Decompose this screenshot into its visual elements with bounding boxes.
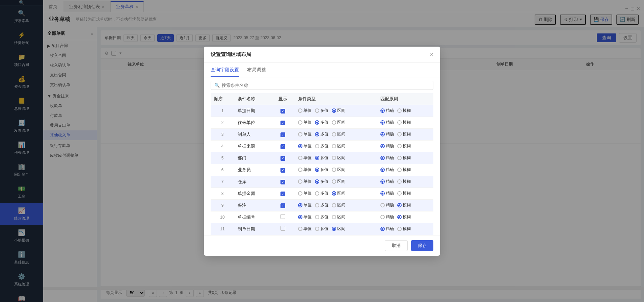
radio-range[interactable]: 区间 xyxy=(332,214,345,220)
radio-range[interactable]: 区间 xyxy=(332,155,345,161)
row-name: 单据日期 xyxy=(234,105,271,117)
radio-multi[interactable]: 多值 xyxy=(315,120,328,125)
row-show[interactable] xyxy=(271,105,295,117)
radio-single[interactable]: 单值 xyxy=(298,191,312,196)
show-checkbox[interactable] xyxy=(280,192,285,196)
modal-save-button[interactable]: 保存 xyxy=(411,240,433,251)
radio-single-label: 单值 xyxy=(303,131,312,137)
radio-multi[interactable]: 多值 xyxy=(315,191,328,196)
radio-multi[interactable]: 多值 xyxy=(315,131,328,137)
row-show[interactable] xyxy=(271,140,295,152)
radio-range[interactable]: 区间 xyxy=(332,143,345,149)
row-show[interactable] xyxy=(271,152,295,164)
show-checkbox[interactable] xyxy=(280,203,285,208)
row-show[interactable] xyxy=(271,117,295,128)
radio-fuzzy[interactable]: 模糊 xyxy=(397,202,411,208)
radio-exact[interactable]: 精确 xyxy=(380,155,394,161)
row-show[interactable] xyxy=(271,164,295,176)
radio-multi[interactable]: 多值 xyxy=(315,167,328,173)
radio-exact[interactable]: 精确 xyxy=(380,179,394,184)
radio-single[interactable]: 单值 xyxy=(298,155,312,161)
radio-single[interactable]: 单值 xyxy=(298,202,312,208)
radio-single[interactable]: 单值 xyxy=(298,143,312,149)
radio-single[interactable]: 单值 xyxy=(298,226,312,232)
radio-range[interactable]: 区间 xyxy=(332,120,345,125)
radio-range[interactable]: 区间 xyxy=(332,108,345,114)
radio-range-circle xyxy=(332,203,336,207)
radio-exact[interactable]: 精确 xyxy=(380,143,394,149)
radio-exact[interactable]: 精确 xyxy=(380,131,394,137)
radio-exact[interactable]: 精确 xyxy=(380,167,394,173)
radio-single-circle xyxy=(298,144,302,148)
radio-fuzzy[interactable]: 模糊 xyxy=(397,167,411,173)
radio-single[interactable]: 单值 xyxy=(298,179,312,184)
modal-close-button[interactable]: × xyxy=(430,51,433,57)
modal-tab-layout[interactable]: 布局调整 xyxy=(247,63,266,77)
radio-range-circle xyxy=(332,191,336,196)
radio-single-circle xyxy=(298,168,302,172)
radio-single[interactable]: 单值 xyxy=(298,120,312,125)
radio-multi[interactable]: 多值 xyxy=(315,226,328,232)
radio-fuzzy-circle xyxy=(397,144,402,148)
show-checkbox[interactable] xyxy=(280,168,285,173)
radio-exact[interactable]: 精确 xyxy=(380,108,394,114)
row-show[interactable] xyxy=(271,223,295,235)
radio-fuzzy[interactable]: 模糊 xyxy=(397,143,411,149)
radio-single[interactable]: 单值 xyxy=(298,167,312,173)
radio-range-circle xyxy=(332,120,336,125)
radio-multi[interactable]: 多值 xyxy=(315,143,328,149)
radio-exact[interactable]: 精确 xyxy=(380,202,394,208)
radio-range-circle xyxy=(332,179,336,184)
row-match: 精确 模糊 xyxy=(377,223,433,235)
row-show[interactable] xyxy=(271,199,295,211)
radio-multi[interactable]: 多值 xyxy=(315,179,328,184)
show-checkbox[interactable] xyxy=(280,180,285,184)
radio-fuzzy[interactable]: 模糊 xyxy=(397,108,411,114)
radio-fuzzy[interactable]: 模糊 xyxy=(397,191,411,196)
row-show[interactable] xyxy=(271,176,295,187)
radio-fuzzy[interactable]: 模糊 xyxy=(397,179,411,184)
show-checkbox[interactable] xyxy=(280,226,285,231)
row-type: 单值 多值 区间 xyxy=(295,105,377,117)
radio-range[interactable]: 区间 xyxy=(332,226,345,232)
radio-multi-label: 多值 xyxy=(320,131,328,137)
modal-overlay[interactable]: 设置查询区域布局 × 查询字段设置 布局调整 🔍 顺序 条件名称 xyxy=(0,0,644,302)
radio-range-circle xyxy=(332,215,336,219)
radio-exact-label: 精确 xyxy=(386,202,394,208)
radio-fuzzy[interactable]: 模糊 xyxy=(397,226,411,232)
cancel-button[interactable]: 取消 xyxy=(385,240,408,251)
radio-single-circle xyxy=(298,156,302,160)
radio-fuzzy[interactable]: 模糊 xyxy=(397,120,411,125)
show-checkbox[interactable] xyxy=(280,121,285,125)
modal-search-input[interactable] xyxy=(222,83,430,88)
radio-single[interactable]: 单值 xyxy=(298,214,312,220)
modal-tab-fields[interactable]: 查询字段设置 xyxy=(211,63,239,77)
radio-multi[interactable]: 多值 xyxy=(315,202,328,208)
radio-exact[interactable]: 精确 xyxy=(380,120,394,125)
row-show[interactable] xyxy=(271,128,295,140)
radio-fuzzy[interactable]: 模糊 xyxy=(397,131,411,137)
radio-multi[interactable]: 多值 xyxy=(315,155,328,161)
radio-range[interactable]: 区间 xyxy=(332,167,345,173)
radio-fuzzy[interactable]: 模糊 xyxy=(397,214,411,220)
radio-exact[interactable]: 精确 xyxy=(380,191,394,196)
radio-single[interactable]: 单值 xyxy=(298,108,312,114)
row-show[interactable] xyxy=(271,187,295,199)
radio-multi[interactable]: 多值 xyxy=(315,214,328,220)
radio-range[interactable]: 区间 xyxy=(332,191,345,196)
row-show[interactable] xyxy=(271,211,295,223)
radio-single[interactable]: 单值 xyxy=(298,131,312,137)
radio-fuzzy[interactable]: 模糊 xyxy=(397,155,411,161)
radio-exact[interactable]: 精确 xyxy=(380,226,394,232)
show-checkbox[interactable] xyxy=(280,144,285,149)
show-checkbox[interactable] xyxy=(280,109,285,114)
radio-range[interactable]: 区间 xyxy=(332,131,345,137)
show-checkbox[interactable] xyxy=(280,132,285,137)
radio-multi[interactable]: 多值 xyxy=(315,108,328,114)
radio-range[interactable]: 区间 xyxy=(332,179,345,184)
show-checkbox[interactable] xyxy=(280,214,285,219)
modal-footer: 取消 保存 xyxy=(204,235,440,256)
show-checkbox[interactable] xyxy=(280,156,285,161)
radio-exact[interactable]: 精确 xyxy=(380,214,394,220)
radio-range[interactable]: 区间 xyxy=(332,202,345,208)
